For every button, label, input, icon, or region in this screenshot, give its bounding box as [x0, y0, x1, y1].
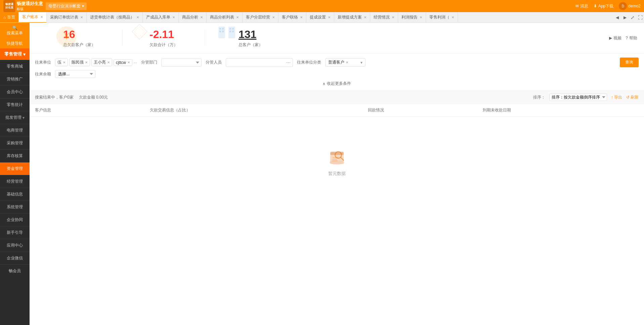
filter-person-dots[interactable]: ···	[286, 60, 291, 66]
tab-retail-profit-close-icon[interactable]: ✕	[452, 15, 454, 19]
tab-new-promotion-plan[interactable]: 新增提成方案 ✕	[334, 12, 370, 23]
tab-product-entry[interactable]: 产成品入库单 ✕	[143, 12, 179, 23]
sidebar-item-new-guide[interactable]: 新手引导	[0, 226, 30, 239]
sidebar-item-inventory-check[interactable]: 库存核算	[0, 149, 30, 162]
query-button[interactable]: 查询	[620, 58, 639, 67]
account-dropdown[interactable]: 母婴行业演示帐套 ▾	[46, 2, 87, 10]
tab-left-arrow[interactable]: ◀	[614, 15, 621, 20]
sidebar-retail-mgmt[interactable]: 零售管理 ▾	[0, 48, 30, 60]
filter-tag-chen-close[interactable]: ✕	[85, 61, 88, 64]
svg-rect-6	[229, 28, 231, 30]
sidebar-item-wholesale-mgmt[interactable]: 批发管理 ▾	[0, 111, 30, 124]
tab-expand-icon[interactable]: ⤢	[629, 15, 636, 20]
app-download-btn[interactable]: ⬇ App下载	[594, 3, 613, 9]
sidebar-item-marketing[interactable]: 营销推广	[0, 73, 30, 85]
tab-product-entry-label: 产成品入库单	[146, 14, 170, 20]
table-container: 客户信息 欠款交易信息（占比） 回款情况 到期未收款日期	[30, 104, 644, 325]
sort-prefix: 排序：	[533, 95, 545, 100]
header-bar: 畅捷通好生意 畅捷通好生意 标版 母婴行业演示帐套 ▾ ✉ 消息 ⬇ App下载	[0, 0, 644, 12]
tab-product-analysis-list[interactable]: 商品分析列表 ✕	[207, 12, 243, 23]
tab-new-promotion-plan-close-icon[interactable]: ✕	[364, 15, 367, 19]
tab-home-label: 首页	[7, 14, 15, 20]
tab-fullscreen-icon[interactable]: ⛶	[637, 15, 644, 20]
sidebar-quick-nav-label: 快捷导航	[2, 41, 28, 46]
tab-profit-report[interactable]: 利润报告 ✕	[398, 12, 426, 23]
sidebar-item-enterprise-wechat[interactable]: 企业微信	[0, 252, 30, 264]
filter-person-input[interactable]	[228, 60, 286, 65]
sidebar-retail-mall-label: 零售商城	[7, 64, 23, 69]
filter-tag-cjttcw-text: cjttcw	[116, 60, 126, 65]
tab-right-arrow[interactable]: ▶	[621, 15, 629, 20]
user-area[interactable]: D demo2	[619, 2, 641, 10]
sidebar-item-ecommerce-mgmt[interactable]: 电商管理	[0, 124, 30, 137]
svg-rect-5	[222, 28, 224, 30]
filter-unit-type-label: 往来单位分类	[297, 60, 321, 65]
tab-customer-tier-close-icon[interactable]: ✕	[272, 15, 275, 19]
sidebar-system-mgmt-label: 系统管理	[7, 205, 23, 209]
tab-inventory-close-icon[interactable]: ✕	[136, 15, 139, 19]
filter-tag-cjttcw-close[interactable]: ✕	[127, 61, 130, 64]
filter-balance-select[interactable]: 选择...	[55, 70, 95, 78]
export-button[interactable]: ↑ 导出	[611, 95, 622, 100]
sidebar-item-retail-stats[interactable]: 零售统计	[0, 98, 30, 111]
tab-product-entry-close-icon[interactable]: ✕	[172, 15, 175, 19]
tab-inventory-stats[interactable]: 进货单统计表（按商品） ✕	[87, 12, 143, 23]
col-customer-info: 客户信息	[30, 104, 144, 117]
tab-product-analysis-list-close-icon[interactable]: ✕	[236, 15, 239, 19]
tab-product-analysis[interactable]: 商品分析 ✕	[179, 12, 207, 23]
tab-purchase-orders[interactable]: 采购订单统计表 ✕	[47, 12, 87, 23]
filter-person-input-area[interactable]: ···	[226, 58, 293, 67]
sidebar-item-basic-info[interactable]: 基础信息	[0, 188, 30, 201]
sidebar-item-business-mgmt[interactable]: 经营管理	[0, 175, 30, 188]
help-action[interactable]: ? 帮助	[626, 35, 637, 41]
refresh-button[interactable]: ↺ 刷新	[626, 95, 639, 100]
sidebar-item-system-mgmt[interactable]: 系统管理	[0, 201, 30, 213]
sidebar-item-enterprise-agreement[interactable]: 企业协同	[0, 213, 30, 226]
stat-card-2: -2.11 欠款合计（万）	[149, 28, 191, 48]
filter-tag-wu: 伍 ✕	[55, 59, 68, 66]
tab-accounts[interactable]: 客户账本 ✕	[19, 12, 47, 23]
tab-accounts-close-icon[interactable]: ✕	[40, 15, 43, 19]
stat-number-3: 131	[239, 28, 256, 41]
collapse-button[interactable]: ∧ 收起更多条件	[35, 81, 639, 86]
sidebar-quick-nav[interactable]: 快捷导航	[0, 39, 30, 48]
tab-promotion-settings[interactable]: 提成设置 ✕	[306, 12, 334, 23]
tab-profit-report-close-icon[interactable]: ✕	[420, 15, 422, 19]
tab-business-status-close-icon[interactable]: ✕	[392, 15, 394, 19]
logo-icon: 畅捷通好生意	[3, 0, 15, 12]
tab-home[interactable]: ⌂ 首页	[0, 12, 19, 23]
sidebar-item-member-center[interactable]: 会员中心	[0, 85, 30, 98]
tab-purchase-close-icon[interactable]: ✕	[80, 15, 83, 19]
app-container: 畅捷通好生意 畅捷通好生意 标版 母婴行业演示帐套 ▾ ✉ 消息 ⬇ App下载	[0, 0, 644, 325]
messages-btn[interactable]: ✉ 消息	[575, 3, 588, 9]
filter-unit-type-area: 普通客户 ✕ ▾	[325, 58, 366, 67]
filter-tag-wu-close[interactable]: ✕	[63, 61, 66, 64]
sidebar-new-guide-label: 新手引导	[7, 230, 23, 235]
filter-unit-more[interactable]: ···	[134, 60, 137, 65]
avatar: D	[619, 2, 627, 10]
tab-customer-tier[interactable]: 客户分层经营 ✕	[243, 12, 278, 23]
filter-dept-select[interactable]	[161, 59, 202, 67]
sidebar-item-purchase-mgmt[interactable]: 采购管理	[0, 137, 30, 149]
logo-text-area: 畅捷通好生意 标版	[17, 1, 43, 11]
sidebar-item-retail-mall[interactable]: 零售商城	[0, 60, 30, 73]
tab-retail-profit[interactable]: 零售利润（ ✕	[426, 12, 458, 23]
filter-tag-wang-close[interactable]: ✕	[107, 61, 110, 64]
tab-product-analysis-list-label: 商品分析列表	[210, 14, 234, 20]
tab-customer-contact[interactable]: 客户联络 ✕	[278, 12, 306, 23]
sort-select[interactable]: 排序：按欠款金额倒序排序	[549, 94, 607, 101]
tab-customer-contact-close-icon[interactable]: ✕	[300, 15, 303, 19]
tab-promotion-settings-close-icon[interactable]: ✕	[328, 15, 331, 19]
filter-unit-type-close[interactable]: ✕	[346, 61, 348, 64]
col-due-date: 到期未收款日期	[477, 104, 644, 117]
sidebar-item-app-center[interactable]: 应用中心	[0, 239, 30, 252]
tab-product-analysis-close-icon[interactable]: ✕	[200, 15, 203, 19]
tab-new-promotion-plan-label: 新增提成方案	[338, 14, 362, 20]
sidebar-search[interactable]: 🔍 搜索菜单	[0, 23, 30, 39]
tab-business-status[interactable]: 经营情况 ✕	[370, 12, 398, 23]
sidebar-item-vip-member[interactable]: 畅会员	[0, 264, 30, 277]
video-action[interactable]: ▶ 视频	[609, 35, 621, 41]
stat-label-2: 欠款合计（万）	[149, 42, 178, 48]
sidebar-item-capital-mgmt[interactable]: 资金管理	[0, 162, 30, 175]
filter-unit-type-chevron[interactable]: ▾	[360, 60, 362, 65]
